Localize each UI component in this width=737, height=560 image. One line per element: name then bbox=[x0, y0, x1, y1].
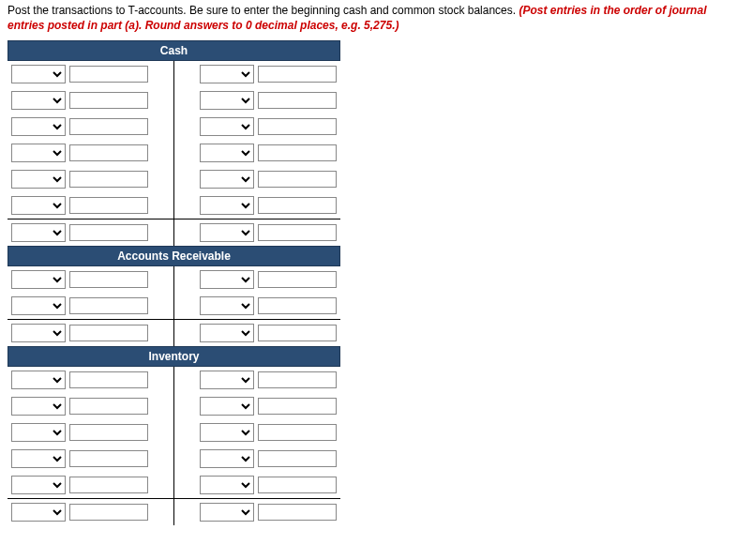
t-account-credit-column bbox=[174, 266, 341, 346]
entry-amount-input[interactable] bbox=[258, 118, 337, 135]
entry-amount-input[interactable] bbox=[69, 271, 148, 288]
entry-amount-input[interactable] bbox=[69, 144, 148, 161]
t-account-row bbox=[8, 266, 173, 293]
entry-amount-input[interactable] bbox=[69, 450, 148, 467]
t-account-total-row bbox=[174, 319, 341, 346]
t-account-row bbox=[8, 140, 173, 166]
entry-amount-input[interactable] bbox=[69, 504, 148, 521]
entry-amount-input[interactable] bbox=[258, 197, 337, 214]
entry-date-select[interactable] bbox=[200, 449, 254, 468]
entry-amount-input[interactable] bbox=[258, 504, 337, 521]
entry-date-select[interactable] bbox=[200, 223, 254, 242]
t-account-total-row bbox=[8, 498, 173, 525]
t-account-row bbox=[8, 367, 173, 393]
entry-date-select[interactable] bbox=[11, 397, 66, 416]
t-account-row bbox=[174, 140, 341, 166]
t-account-row bbox=[8, 293, 173, 319]
entry-amount-input[interactable] bbox=[258, 371, 337, 388]
t-account-body bbox=[8, 367, 340, 525]
entry-date-select[interactable] bbox=[11, 296, 66, 315]
t-account: Cash bbox=[8, 40, 340, 246]
entry-amount-input[interactable] bbox=[69, 118, 148, 135]
entry-amount-input[interactable] bbox=[69, 66, 148, 83]
entry-date-select[interactable] bbox=[11, 65, 66, 83]
t-account-row bbox=[8, 446, 173, 472]
t-account-debit-column bbox=[8, 367, 174, 525]
entry-amount-input[interactable] bbox=[258, 171, 337, 188]
entry-amount-input[interactable] bbox=[258, 424, 337, 441]
entry-date-select[interactable] bbox=[200, 476, 254, 494]
t-account-credit-column bbox=[174, 61, 341, 246]
entry-amount-input[interactable] bbox=[258, 297, 337, 314]
entry-date-select[interactable] bbox=[11, 196, 66, 215]
entry-amount-input[interactable] bbox=[258, 144, 337, 161]
entry-date-select[interactable] bbox=[11, 423, 66, 442]
entry-amount-input[interactable] bbox=[258, 224, 337, 241]
entry-amount-input[interactable] bbox=[258, 450, 337, 467]
entry-date-select[interactable] bbox=[11, 144, 66, 162]
entry-date-select[interactable] bbox=[11, 91, 66, 110]
entry-date-select[interactable] bbox=[200, 144, 254, 162]
entry-date-select[interactable] bbox=[200, 196, 254, 215]
entry-date-select[interactable] bbox=[11, 117, 66, 136]
t-account-debit-column bbox=[8, 61, 174, 246]
entry-date-select[interactable] bbox=[11, 170, 66, 189]
entry-amount-input[interactable] bbox=[258, 66, 337, 83]
t-account-row bbox=[174, 367, 341, 393]
t-account-row bbox=[8, 472, 173, 498]
entry-amount-input[interactable] bbox=[69, 92, 148, 109]
entry-date-select[interactable] bbox=[200, 296, 254, 315]
t-account-row bbox=[174, 393, 341, 419]
entry-date-select[interactable] bbox=[11, 476, 66, 494]
entry-date-select[interactable] bbox=[200, 371, 254, 389]
t-account-row bbox=[8, 114, 173, 140]
entry-amount-input[interactable] bbox=[258, 92, 337, 109]
entry-amount-input[interactable] bbox=[69, 325, 148, 341]
t-account: Inventory bbox=[8, 346, 340, 525]
entry-date-select[interactable] bbox=[11, 223, 66, 242]
entry-amount-input[interactable] bbox=[258, 325, 337, 341]
t-account-body bbox=[8, 61, 340, 246]
entry-date-select[interactable] bbox=[11, 503, 66, 522]
entry-amount-input[interactable] bbox=[69, 171, 148, 188]
entry-amount-input[interactable] bbox=[69, 477, 148, 493]
entry-date-select[interactable] bbox=[200, 503, 254, 522]
entry-amount-input[interactable] bbox=[258, 477, 337, 493]
entry-date-select[interactable] bbox=[200, 170, 254, 189]
t-account-title: Accounts Receivable bbox=[8, 246, 340, 266]
t-account-row bbox=[8, 166, 173, 192]
entry-date-select[interactable] bbox=[200, 270, 254, 289]
entry-amount-input[interactable] bbox=[69, 224, 148, 241]
t-account-total-row bbox=[174, 219, 341, 246]
entry-date-select[interactable] bbox=[200, 91, 254, 110]
t-account-title: Inventory bbox=[8, 346, 340, 367]
entry-date-select[interactable] bbox=[200, 423, 254, 442]
t-account-row bbox=[8, 419, 173, 446]
t-account-body bbox=[8, 266, 340, 346]
t-account-title: Cash bbox=[8, 40, 340, 61]
t-account-row bbox=[174, 192, 341, 219]
t-account-total-row bbox=[8, 219, 173, 246]
t-account: Accounts Receivable bbox=[8, 246, 340, 346]
t-account-row bbox=[8, 192, 173, 219]
entry-date-select[interactable] bbox=[11, 324, 66, 342]
entry-amount-input[interactable] bbox=[69, 197, 148, 214]
t-account-row bbox=[174, 446, 341, 472]
t-account-row bbox=[174, 166, 341, 192]
entry-date-select[interactable] bbox=[11, 449, 66, 468]
t-account-row bbox=[174, 87, 341, 114]
t-accounts-container: CashAccounts ReceivableInventory bbox=[8, 40, 729, 525]
entry-amount-input[interactable] bbox=[69, 398, 148, 415]
entry-date-select[interactable] bbox=[200, 324, 254, 342]
entry-amount-input[interactable] bbox=[69, 424, 148, 441]
entry-date-select[interactable] bbox=[200, 65, 254, 83]
t-account-row bbox=[8, 61, 173, 87]
entry-amount-input[interactable] bbox=[258, 271, 337, 288]
entry-amount-input[interactable] bbox=[258, 398, 337, 415]
entry-date-select[interactable] bbox=[200, 117, 254, 136]
entry-date-select[interactable] bbox=[11, 270, 66, 289]
entry-amount-input[interactable] bbox=[69, 297, 148, 314]
entry-date-select[interactable] bbox=[11, 371, 66, 389]
entry-date-select[interactable] bbox=[200, 397, 254, 416]
entry-amount-input[interactable] bbox=[69, 371, 148, 388]
